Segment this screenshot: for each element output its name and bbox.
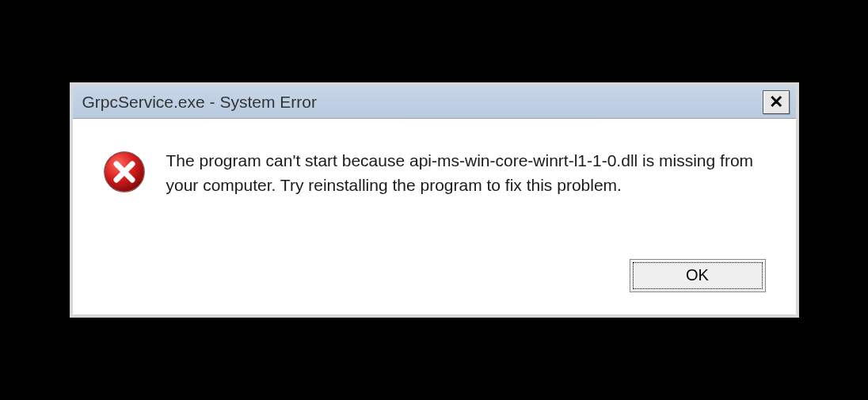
dialog-title: GrpcService.exe - System Error — [82, 93, 317, 112]
button-row: OK — [103, 259, 766, 292]
error-icon — [103, 150, 146, 193]
error-message: The program can't start because api-ms-w… — [166, 149, 766, 197]
titlebar[interactable]: GrpcService.exe - System Error ✕ — [73, 86, 796, 119]
ok-button[interactable]: OK — [630, 259, 766, 292]
dialog-frame: GrpcService.exe - System Error ✕ — [70, 82, 799, 318]
close-icon: ✕ — [769, 93, 783, 111]
error-dialog: GrpcService.exe - System Error ✕ — [70, 82, 799, 318]
dialog-body: The program can't start because api-ms-w… — [73, 119, 796, 314]
content-row: The program can't start because api-ms-w… — [103, 149, 766, 197]
close-button[interactable]: ✕ — [763, 90, 790, 114]
